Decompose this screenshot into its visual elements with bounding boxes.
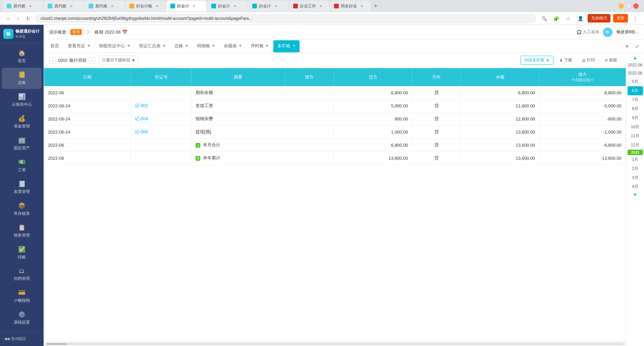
tab-voucher-summary[interactable]: 凭证汇总表 ✕ [135,40,170,52]
tab-voucher-summary-close[interactable]: ✕ [163,44,166,48]
settings-gear-icon[interactable]: ⚙ [86,29,91,35]
sidebar-item-home[interactable]: 🏠 首页 [2,46,42,67]
horizontal-scrollbar[interactable] [44,341,626,346]
profile-icon[interactable]: 👤 [576,14,585,23]
maximize-button[interactable] [626,3,631,9]
month-item-9[interactable]: 9月 [628,113,643,122]
tab-close-6[interactable]: ✕ [233,4,236,8]
tab-close-7[interactable]: ✕ [274,4,277,8]
month-scroll-up-button[interactable]: ▲ [631,54,639,61]
table-row: 2022-06-24 记-006 提现[预] 1,000.00 贷 13,600… [44,126,626,139]
tab-home[interactable]: 首页 [46,40,63,52]
tab-balance-close[interactable]: ✕ [239,44,242,48]
sidebar-item-settle[interactable]: ✅ 结账 [2,242,42,263]
month-item-7[interactable]: 7月 [628,95,643,104]
sidebar-item-fund[interactable]: 💰 资金管理 [2,111,42,133]
tab-smart-close[interactable]: ✕ [127,44,130,48]
month-item-2023-4[interactable]: 4月 [628,182,643,191]
browser-tab-8[interactable]: 企业工作 ✕ [289,1,329,11]
tab-general-ledger[interactable]: 总账 ✕ [170,40,192,52]
tab-close-4[interactable]: ✕ [156,4,159,8]
extension-icon[interactable]: 🧩 [551,14,561,23]
voucher-link[interactable]: 记-006 [135,129,148,134]
url-input[interactable]: cloud2.chanjet.com/accounting/uh26t264j5… [36,14,536,22]
month-item-2023-1[interactable]: 1月 [628,155,643,164]
sidebar-item-archive[interactable]: 🗂 归档管理 [2,264,42,285]
download-button[interactable]: ⬇ 下载 [556,56,576,64]
tab-close-2[interactable]: ✕ [70,4,73,8]
sub-account-filter[interactable]: 只显示下级科目 ▼ [99,56,139,65]
sidebar-item-settings[interactable]: ⚙️ 基础设置 [2,307,42,329]
month-item-5[interactable]: 5月 [628,77,643,86]
tab-voucher-close[interactable]: ✕ [87,44,90,48]
account-code: 1002 [58,58,67,63]
sidebar-item-invoice[interactable]: 🧾 发票管理 [2,177,42,198]
expand-panel-button[interactable]: ⤢ [633,42,641,50]
month-item-10[interactable]: 10月 [628,122,643,132]
tab-favicon-2 [48,4,52,8]
browser-tab-4[interactable]: 好会计账 ✕ [125,1,166,11]
tab-multicolumn[interactable]: 多栏账 ✕ [273,40,300,52]
month-item-6[interactable]: 6月 [628,86,643,95]
calendar-icon[interactable]: 📅 [122,30,127,35]
tab-detail[interactable]: 明细账 ✕ [193,40,219,52]
month-scroll-down-button[interactable]: ▼ [631,191,639,198]
tab-voucher[interactable]: 查看凭证 ✕ [64,40,94,52]
month-item-2023-3[interactable]: 3月 [628,173,643,182]
pin-toggle[interactable]: ◀◀ 取消固定 [3,334,41,343]
month-item-12[interactable]: 12月 [628,141,643,150]
browser-tab-5[interactable]: 好会计 ✕ [166,1,207,11]
new-tab-button[interactable]: + [371,1,380,11]
star-icon[interactable]: ☆ [564,14,573,23]
voucher-link[interactable]: 记-004 [135,116,148,121]
tab-close-5[interactable]: ✕ [193,4,196,8]
sidebar-item-inventory[interactable]: 📦 库存核算 [2,199,42,220]
back-button[interactable]: ‹ [4,14,12,22]
browser-tab-2[interactable]: 易代账 ✕ [44,1,84,11]
update-button[interactable]: 更新 [613,14,628,22]
voucher-link[interactable]: 记-002 [135,103,148,108]
browser-tab-1[interactable]: 易代账 ✕ [3,1,43,11]
reload-button[interactable]: ↻ [24,14,32,22]
special-multicolumn-button[interactable]: 特殊多栏账 ▼ [521,56,553,65]
browser-tab-6[interactable]: 好会计 ✕ [207,1,248,11]
tab-smart-voucher[interactable]: 智能凭证中心 ✕ [95,40,134,52]
sidebar-item-ledger[interactable]: 📒 总账 [2,68,42,89]
next-account-button[interactable]: › [89,57,96,64]
close-panel-button[interactable]: ✕ [623,42,631,50]
browser-tab-7[interactable]: 好会计 ✕ [248,1,288,11]
close-button[interactable] [633,3,639,9]
sidebar-item-salary[interactable]: 💵 工资 [2,155,42,176]
tab-close-1[interactable]: ✕ [29,4,32,8]
tab-general-close[interactable]: ✕ [185,44,188,48]
tab-sequence-close[interactable]: ✕ [266,44,269,48]
tab-balance[interactable]: 余额表 ✕ [220,40,246,52]
sidebar-item-expense[interactable]: 💳 小畅报销 [2,286,42,307]
scroll-thumb[interactable] [46,343,66,345]
prev-account-button[interactable]: ‹ [49,57,56,64]
month-item-8[interactable]: 8月 [628,104,643,113]
print-button[interactable]: 🖨 打印 [578,56,598,64]
tab-sequence[interactable]: 序时账 ✕ [247,40,273,52]
search-icon[interactable]: 🔍 [539,14,549,23]
sidebar-item-report[interactable]: 📊 云报表中心 [2,90,42,111]
user-service-button[interactable]: 🎧 人工咨询 [577,29,599,35]
forward-button[interactable]: › [14,14,22,22]
no-trace-button[interactable]: 无痕模式 [588,14,610,22]
sidebar-item-asset[interactable]: 🏢 固定资产 [2,133,42,154]
tab-detail-close[interactable]: ✕ [212,44,215,48]
browser-tab-9[interactable]: 用友好业 ✕ [330,1,370,11]
tab-close-3[interactable]: ✕ [111,4,114,8]
month-item-11[interactable]: 11月 [628,132,643,141]
tab-close-8[interactable]: ✕ [319,4,322,8]
tab-multicolumn-close[interactable]: ✕ [292,44,296,48]
tab-close-9[interactable]: ✕ [360,4,363,8]
tab-nav-actions: ✕ ⤢ [623,42,641,50]
tab-label-2: 易代账 [54,3,66,9]
minimize-button[interactable] [619,3,624,9]
refresh-button[interactable]: ↺ 刷新 [601,56,621,64]
month-item-2023-2[interactable]: 2月 [628,164,643,173]
sidebar-item-tax[interactable]: 📋 税务管理 [2,220,42,242]
browser-tab-3[interactable]: 易代账 ✕ [85,1,125,11]
menu-icon[interactable]: ⋮ [631,14,640,23]
